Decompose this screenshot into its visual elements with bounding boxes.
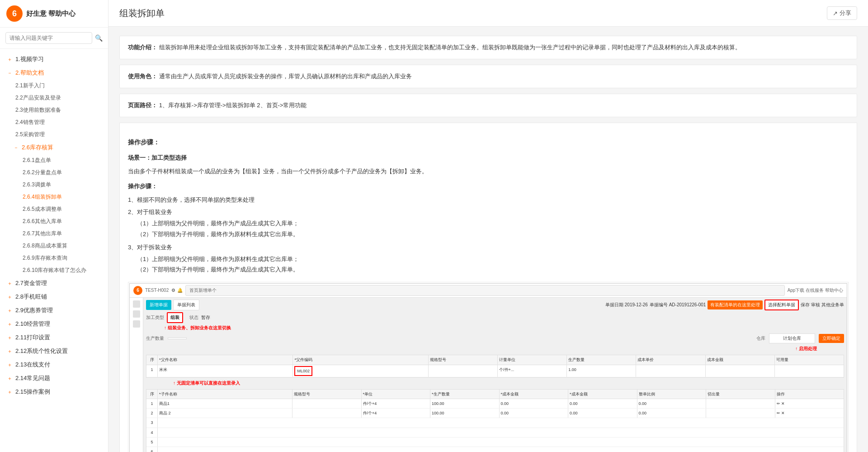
mock-user: App下载 在线服务 帮助中心 <box>788 286 843 295</box>
plus-icon-s27: ＋ <box>6 280 13 286</box>
sidebar-item-s21[interactable]: 2.1新手入门 <box>0 80 108 92</box>
plus-icon-s210: ＋ <box>6 321 13 327</box>
mock-screenshot: 6 TEST-H002 ⚙ 🔔 首页新增单个 App下载 在线服务 帮助中心 <box>129 283 847 452</box>
step2-2: （2）下部明细为子件明细，最终作为原材料生成其它出库单。 <box>128 229 849 239</box>
sidebar-item-s261[interactable]: 2.6.1盘点单 <box>0 154 108 167</box>
intro-block-2: 使用角色： 通常由生产人员或库管人员完成拆装业务的操作，库管人员确认原材料的出库… <box>119 65 857 88</box>
mock-confirm-btn: 立即确定 <box>819 334 844 343</box>
sidebar-item-s213[interactable]: ＋ 2.13在线支付 <box>0 358 108 371</box>
sidebar-item-s214[interactable]: ＋ 2.14常见问题 <box>0 371 108 385</box>
mock-lower-table: 序 *子件名称 规格型号 *单位 *生产数量 *成本金额 *成本金额 整单比例 … <box>146 389 844 452</box>
plus-icon-s212: ＋ <box>6 348 13 354</box>
sidebar-item-s210[interactable]: ＋ 2.10经营管理 <box>0 317 108 331</box>
mock-sidebar-icon3 <box>133 320 140 328</box>
sidebar-item-s24[interactable]: 2.4销售管理 <box>0 116 108 128</box>
intro1-text: 组装拆卸单用来处理企业组装或拆卸等加工业务，支持有固定装配清单的产品加工业务，也… <box>159 44 741 51</box>
sidebar-item-s22[interactable]: 2.2产品安装及登录 <box>0 92 108 104</box>
share-button[interactable]: ↗ 分享 <box>827 6 857 20</box>
screenshot-container: 6 TEST-H002 ⚙ 🔔 首页新增单个 App下载 在线服务 帮助中心 <box>128 282 849 452</box>
step3-2: （2）下部明细为子件明细，最终作为产成品生成其它入库单。 <box>128 264 849 275</box>
scenario1-title: 场景一：加工类型选择 <box>128 152 849 163</box>
step2: 2、对于组装业务 <box>128 207 849 217</box>
main-content: 组装拆卸单 ↗ 分享 功能介绍： 组装拆卸单用来处理企业组装或拆卸等加工业务，支… <box>108 0 868 452</box>
mock-browser-bar: 6 TEST-H002 ⚙ 🔔 首页新增单个 App下载 在线服务 帮助中心 <box>130 284 847 298</box>
share-label: 分享 <box>840 9 851 17</box>
mock-toolbar-icons: ⚙ 🔔 <box>171 286 183 295</box>
path-block: 页面路径： 1、库存核算->库存管理->组装拆卸单 2、首页->常用功能 <box>119 94 857 117</box>
mock-lower-row5: 5 <box>146 438 844 447</box>
plus-icon-s213: ＋ <box>6 362 13 368</box>
sidebar-item-s27[interactable]: ＋ 2.7资金管理 <box>0 276 108 290</box>
plus-icon-s211: ＋ <box>6 334 13 341</box>
steps-section: 操作步骤： 场景一：加工类型选择 当由多个子件材料组装成一个成品的业务为【组装】… <box>119 123 857 452</box>
sidebar-item-s212[interactable]: ＋ 2.12系统个性化设置 <box>0 344 108 358</box>
mock-upper-row1: 1 米米 ML002 个/件+... 1.00 <box>146 365 844 377</box>
sidebar-item-s266[interactable]: 2.6.6其他入库单 <box>0 215 108 228</box>
sidebar-item-s215[interactable]: ＋ 2.15操作案例 <box>0 385 108 399</box>
sidebar-item-s23[interactable]: 2.3使用前数据准备 <box>0 104 108 116</box>
annotation5-text: ↑ 无固定清单可以直接在这里录入 <box>173 379 844 387</box>
sidebar-item-s25[interactable]: 2.5采购管理 <box>0 128 108 141</box>
mock-company: TEST-H002 <box>145 286 169 295</box>
mock-tab-bar: 新增单据 单据列表 单据日期 2019-12-26 单据编号 AD-201912… <box>146 300 844 310</box>
steps-title: 操作步骤： <box>128 137 849 148</box>
mock-url: 首页新增单个 <box>185 285 784 296</box>
sidebar-item-s267[interactable]: 2.6.7其他出库单 <box>0 228 108 240</box>
search-input[interactable] <box>5 32 92 44</box>
mock-content-area: 新增单据 单据列表 单据日期 2019-12-26 单据编号 AD-201912… <box>130 298 847 452</box>
mock-logo: 6 <box>133 286 142 295</box>
sidebar-item-s262[interactable]: 2.6.2分量盘点单 <box>0 167 108 179</box>
sidebar-item-s29[interactable]: ＋ 2.9优惠券管理 <box>0 304 108 317</box>
intro1-label: 功能介绍： <box>128 44 157 51</box>
minus-icon: － <box>6 70 13 76</box>
content-area: 功能介绍： 组装拆卸单用来处理企业组装或拆卸等加工业务，支持有固定装配清单的产品… <box>108 27 868 452</box>
plus-icon-s29: ＋ <box>6 307 13 314</box>
sidebar-logo: 6 好生意 帮助中心 <box>0 0 108 28</box>
sidebar-item-label: 2.帮助文档 <box>15 69 44 77</box>
logo-icon: 6 <box>6 5 23 22</box>
mock-status-value: 暂存 <box>201 314 210 322</box>
sidebar-item-s265[interactable]: 2.6.5成本调整单 <box>0 203 108 215</box>
mock-lower-row1: 1 商品1 件/个+4 100.00 0.00 0.00 0.00 <box>146 399 844 409</box>
mock-wh-label: 仓库 <box>756 334 765 343</box>
sidebar-item-s263[interactable]: 2.6.3调拨单 <box>0 179 108 191</box>
sidebar-item-s2[interactable]: － 2.帮助文档 <box>0 66 108 80</box>
mock-annotation-area1: 加工类型 组装 状态 暂存 <box>146 312 844 323</box>
mock-annotation4-area: ↑ 启用处理 <box>146 345 844 353</box>
plus-icon-s214: ＋ <box>6 375 13 381</box>
mock-type-value: 组装 <box>167 312 183 323</box>
step3: 3、对于拆装业务 <box>128 242 849 252</box>
search-button[interactable]: 🔍 <box>95 34 103 42</box>
path-text: 1、库存核算->库存管理->组装拆卸单 2、首页->常用功能 <box>159 102 307 109</box>
sidebar-item-s26[interactable]: － 2.6库存核算 <box>0 141 108 154</box>
mock-tab-list: 单据列表 <box>173 300 199 310</box>
brand-name: 好生意 帮助中心 <box>26 10 75 18</box>
step2-1: （1）上部明细为父件明细，最终作为产成品生成其它入库单； <box>128 218 849 228</box>
intro2-text: 通常由生产人员或库管人员完成拆装业务的操作，库管人员确认原材料的出库和产成品的入… <box>159 73 412 80</box>
scenario1-desc: 当由多个子件材料组装成一个成品的业务为【组装】业务，当由一个父件拆分成多个子产品… <box>128 166 849 176</box>
sidebar-item-s268[interactable]: 2.6.8商品成本重算 <box>0 240 108 252</box>
sidebar-item-s264[interactable]: 2.6.4组装拆卸单 <box>0 191 108 203</box>
path-label: 页面路径： <box>128 102 157 109</box>
mock-left-sidebar <box>130 298 143 452</box>
sidebar-item-s2610[interactable]: 2.6.10库存账本错了怎么办 <box>0 264 108 276</box>
mock-lower-row3: 3 <box>146 418 844 428</box>
mock-lower-table-header: 序 *子件名称 规格型号 *单位 *生产数量 *成本金额 *成本金额 整单比例 … <box>146 390 844 399</box>
sidebar-item-s1[interactable]: ＋ 1.视频学习 <box>0 52 108 66</box>
step3-1: （1）上部明细为父件明细，最终作为原材料生成其它出库单； <box>128 254 849 264</box>
mock-sidebar-icon1 <box>133 300 140 308</box>
mock-qty-input <box>168 338 187 339</box>
mock-lower-row6: 6 <box>146 447 844 452</box>
annotation4-text: ↑ 启用处理 <box>795 345 817 353</box>
sidebar-item-s269[interactable]: 2.6.9库存账本查询 <box>0 252 108 264</box>
mock-lower-row2: 2 商品 2 件/个+4 100.00 0.00 0.00 0.00 <box>146 409 844 418</box>
page-title: 组装拆卸单 <box>119 7 165 19</box>
intro2-label: 使用角色： <box>128 73 157 80</box>
mock-qty-row: 生产数量 仓库 计划仓库 立即确定 <box>146 333 844 343</box>
mock-docdate: 单据日期 2019-12-26 <box>605 301 648 309</box>
sidebar-item-s211[interactable]: ＋ 2.11打印设置 <box>0 331 108 344</box>
plus-icon-s215: ＋ <box>6 389 13 395</box>
sidebar-item-s28[interactable]: ＋ 2.8手机旺铺 <box>0 290 108 304</box>
intro-block-1: 功能介绍： 组装拆卸单用来处理企业组装或拆卸等加工业务，支持有固定装配清单的产品… <box>119 36 857 59</box>
sidebar-item-s26-label: 2.6库存核算 <box>22 143 53 152</box>
